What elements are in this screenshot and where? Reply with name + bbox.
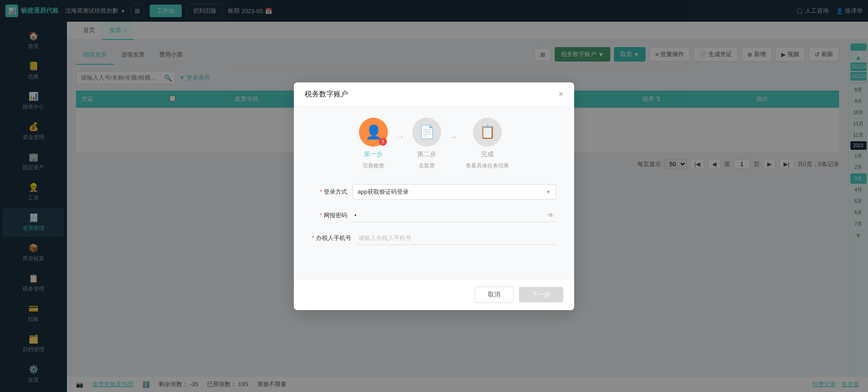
step1-badge: !	[379, 138, 387, 146]
password-input[interactable]	[353, 209, 556, 222]
login-method-select[interactable]: app获取验证码登录 ▼	[353, 184, 556, 200]
step2-desc: 去取票	[419, 162, 435, 170]
modal-overlay: 税务数字账户 × 👤 ! 第一步 完善账密 →	[0, 0, 868, 392]
login-method-label: * 登录方式	[312, 188, 353, 196]
phone-input-wrap	[357, 231, 556, 245]
step2-icon: 📄	[412, 118, 441, 147]
modal-header: 税务数字账户 ×	[294, 82, 574, 107]
step1-label: 第一步	[364, 150, 383, 158]
modal-footer: 取消 下一步	[294, 279, 574, 310]
step-arrow-2: →	[448, 131, 458, 156]
web-password-field: * 网报密码 👁	[312, 209, 556, 222]
modal-form: * 登录方式 app获取验证码登录 ▼ * 网报密码	[312, 184, 556, 245]
step3-desc: 查看具体任务结果	[466, 162, 509, 170]
step3-label: 完成	[481, 150, 494, 158]
steps-indicator: 👤 ! 第一步 完善账密 → 📄 第二步 去取票	[312, 118, 556, 170]
modal-title: 税务数字账户	[305, 90, 348, 99]
cancel-button[interactable]: 取消	[475, 287, 514, 303]
phone-label: * 办税人手机号	[312, 234, 357, 242]
password-input-wrap: 👁	[353, 209, 556, 222]
step2-label: 第二步	[417, 150, 436, 158]
step3-icon: 📋	[473, 118, 502, 147]
select-dropdown-icon: ▼	[541, 189, 556, 195]
modal-body: 👤 ! 第一步 完善账密 → 📄 第二步 去取票	[294, 107, 574, 279]
step-3: 📋 完成 查看具体任务结果	[466, 118, 509, 170]
next-button[interactable]: 下一步	[519, 287, 563, 302]
eye-icon[interactable]: 👁	[547, 211, 554, 219]
step-2: 📄 第二步 去取票	[412, 118, 441, 170]
step1-icon: 👤 !	[359, 118, 388, 147]
modal-dialog: 税务数字账户 × 👤 ! 第一步 完善账密 →	[294, 82, 574, 310]
modal-close-button[interactable]: ×	[558, 90, 563, 99]
step-1: 👤 ! 第一步 完善账密	[359, 118, 388, 170]
phone-field: * 办税人手机号	[312, 231, 556, 245]
step-arrow-1: →	[395, 131, 405, 156]
step1-desc: 完善账密	[363, 162, 384, 170]
login-method-field: * 登录方式 app获取验证码登录 ▼	[312, 184, 556, 200]
web-password-label: * 网报密码	[312, 211, 353, 220]
phone-input[interactable]	[357, 231, 556, 245]
